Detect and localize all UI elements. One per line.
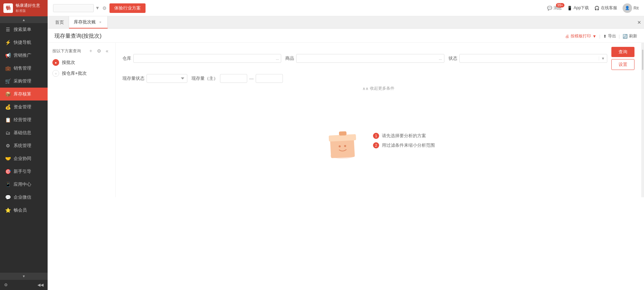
page-actions: 🖨 按模板打印 ▼ | ⬆ 导出 | 🔄 刷新 (565, 33, 637, 39)
sidebar-item-basics[interactable]: 🗂 基础信息 (0, 126, 48, 139)
tab-batch-account[interactable]: 库存批次账 × (69, 16, 108, 29)
sidebar-item-collab[interactable]: 🤝 企业协同 (0, 152, 48, 165)
add-plan-button[interactable]: ＋ (87, 48, 94, 54)
sidebar-nav: ☰ 搜索菜单 ⚡ 快捷导航 📢 营销推广 💼 销售管理 🛒 采购管理 📦 库存核… (0, 23, 48, 273)
quick-nav-icon: ⚡ (5, 39, 11, 46)
tab-close-button[interactable]: × (98, 20, 103, 24)
divider2: | (619, 34, 620, 39)
settings-button[interactable]: ⚙ (4, 283, 8, 287)
sidebar-item-inventory[interactable]: 📦 库存核算 (0, 88, 48, 101)
sidebar-item-label: 企业微信 (14, 194, 31, 200)
print-dropdown-icon: ▼ (592, 34, 596, 39)
plan-item-batch[interactable]: ● 按批次 (48, 57, 115, 68)
messages-badge: 99+ (556, 3, 564, 7)
sales-icon: 💼 (5, 65, 11, 71)
panel-close-button[interactable]: ✕ (637, 20, 641, 25)
plan-warehouse-batch-icon: ○ (52, 70, 59, 77)
left-panel-actions: ＋ ⚙ « (87, 48, 111, 54)
sidebar-scroll-down[interactable]: ▼ (0, 273, 48, 279)
sidebar-item-app-center[interactable]: 📱 应用中心 (0, 178, 48, 191)
sidebar-item-search[interactable]: ☰ 搜索菜单 (0, 23, 48, 36)
stock-status-label: 现存量状态 (122, 75, 145, 81)
app-download-icon: 📱 (567, 6, 572, 11)
sidebar-item-system[interactable]: ⚙ 系统管理 (0, 139, 48, 152)
product-input-wrap: ... (296, 54, 444, 63)
status-input[interactable] (460, 54, 599, 62)
status-dropdown-button[interactable]: ▼ (599, 56, 607, 60)
username-label: Rit (633, 6, 639, 11)
sidebar-item-corp-wechat[interactable]: 💬 企业微信 (0, 191, 48, 204)
sidebar-item-quick-nav[interactable]: ⚡ 快捷导航 (0, 36, 48, 49)
empty-steps: 1 请先选择要分析的方案 2 用过滤条件来缩小分析范围 (373, 133, 435, 152)
sidebar-item-purchase[interactable]: 🛒 采购管理 (0, 75, 48, 88)
warehouse-more-button[interactable]: ... (274, 56, 281, 60)
sidebar-item-operations[interactable]: 📋 经营管理 (0, 113, 48, 126)
warehouse-input[interactable] (134, 54, 274, 62)
avatar-placeholder: 👤 (625, 6, 630, 10)
messages-action[interactable]: 💬 消息 99+ (547, 5, 562, 11)
sidebar-scroll-up[interactable]: ▲ (0, 16, 48, 23)
topbar-search-input[interactable] (53, 4, 94, 12)
status-filter-group: 状态 ▼ (448, 54, 607, 63)
collapse-sidebar-button[interactable]: ◀◀ (37, 283, 44, 287)
left-panel-title: 按以下方案查询 (52, 48, 81, 54)
experience-button[interactable]: 体验行业方案 (109, 3, 146, 13)
export-icon: ⬆ (603, 34, 607, 39)
query-button[interactable]: 查询 (611, 47, 634, 57)
sidebar-item-label: 新手引导 (14, 168, 31, 175)
print-icon: 🖨 (565, 34, 569, 39)
plan-warehouse-batch-label: 按仓库+批次 (62, 70, 87, 76)
sidebar-item-label: 搜索菜单 (14, 26, 31, 33)
empty-state: 1 请先选择要分析的方案 2 用过滤条件来缩小分析范围 (122, 91, 634, 193)
online-service-action[interactable]: 🎧 在线客服 (594, 5, 617, 11)
plan-settings-button[interactable]: ⚙ (96, 48, 102, 54)
system-icon: ⚙ (5, 143, 11, 149)
plan-item-warehouse-batch[interactable]: ○ 按仓库+批次 (48, 68, 115, 79)
filter-row-1: 仓库 ... 商品 ... 状态 (122, 47, 634, 70)
right-scrollbar[interactable] (641, 43, 644, 197)
sidebar-item-label: 资金管理 (14, 104, 31, 110)
stock-amount-from[interactable] (220, 74, 247, 83)
plan-batch-icon: ● (52, 59, 59, 66)
finance-icon: 💰 (5, 104, 11, 110)
step2-text: 用过滤条件来缩小分析范围 (382, 142, 435, 148)
stock-amount-to[interactable] (256, 74, 283, 83)
topbar-gear-button[interactable]: ⚙ (102, 5, 107, 11)
user-action[interactable]: 👤 Rit (623, 3, 639, 13)
main-area: ▼ ⚙ 体验行业方案 💬 消息 99+ 📱 App下载 🎧 在线客服 👤 (48, 0, 644, 290)
left-panel-header: 按以下方案查询 ＋ ⚙ « (48, 46, 115, 57)
purchase-icon: 🛒 (5, 78, 11, 84)
sidebar-item-marketing[interactable]: 📢 营销推广 (0, 49, 48, 62)
collapse-more-button[interactable]: ∧∧ 收起更多条件 (122, 86, 634, 91)
status-label: 状态 (448, 55, 457, 61)
svg-point-4 (339, 145, 341, 147)
sidebar-item-label: 畅会员 (14, 207, 27, 213)
topbar-search-dropdown[interactable]: ▼ (95, 5, 100, 11)
tab-home[interactable]: 首页 (50, 16, 69, 29)
collapse-chevron-icon: ∧∧ (362, 86, 369, 91)
stock-status-select[interactable]: 全部 有库存 无库存 (147, 74, 187, 83)
product-more-button[interactable]: ... (437, 56, 444, 60)
print-button[interactable]: 🖨 按模板打印 ▼ (565, 33, 596, 39)
sidebar-item-newbie[interactable]: 🎯 新手引导 (0, 165, 48, 178)
empty-illustration (322, 122, 363, 163)
filter-settings-button[interactable]: 设置 (611, 59, 634, 70)
refresh-icon: 🔄 (623, 34, 628, 39)
refresh-button[interactable]: 🔄 刷新 (623, 33, 637, 39)
sidebar-item-finance[interactable]: 💰 资金管理 (0, 101, 48, 113)
sidebar-item-label: 经营管理 (14, 117, 31, 123)
inventory-icon: 📦 (5, 91, 11, 97)
right-panel: 仓库 ... 商品 ... 状态 (116, 43, 641, 197)
filter-area: 按以下方案查询 ＋ ⚙ « ● 按批次 ○ 按仓库+批次 (48, 43, 644, 197)
app-center-icon: 📱 (5, 181, 11, 187)
sidebar-item-member[interactable]: ⭐ 畅会员 (0, 204, 48, 217)
app-download-action[interactable]: 📱 App下载 (567, 5, 589, 11)
sidebar-item-sales[interactable]: 💼 销售管理 (0, 62, 48, 75)
collapse-panel-button[interactable]: « (104, 48, 111, 54)
export-button[interactable]: ⬆ 导出 (603, 33, 616, 39)
product-label: 商品 (285, 55, 294, 61)
basics-icon: 🗂 (5, 130, 11, 136)
app-download-label: App下载 (574, 5, 589, 11)
product-input[interactable] (296, 54, 437, 62)
sidebar-item-label: 营销推广 (14, 52, 31, 58)
